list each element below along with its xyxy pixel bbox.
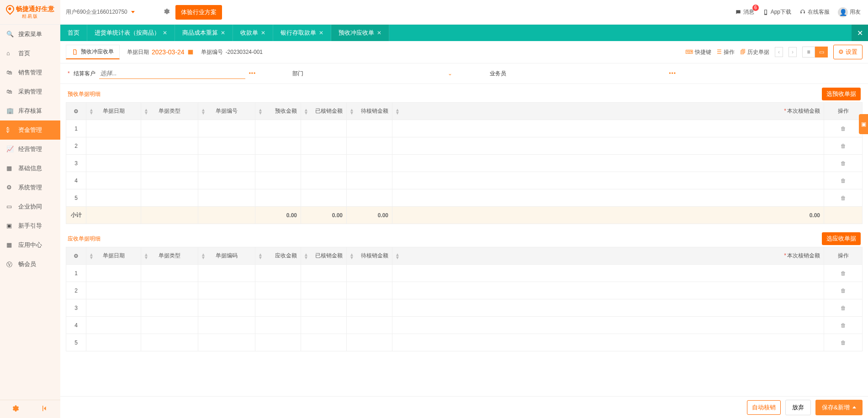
tab-2[interactable]: 商品成本重算✕ [175, 25, 233, 41]
sidebar-collapse-icon[interactable] [41, 404, 49, 414]
app-edition: 精易版 [22, 13, 38, 20]
view-list[interactable]: ≡ [802, 47, 815, 57]
view-form[interactable]: ▭ [815, 47, 828, 57]
header-online-service[interactable]: 在线客服 [799, 8, 830, 16]
table-row[interactable]: 1🗑 [66, 265, 863, 282]
sidebar-icon: 🔍 [6, 31, 14, 38]
sidebar-item-10[interactable]: ▣新手引导 [0, 216, 60, 235]
table-row[interactable]: 5🗑 [66, 189, 863, 207]
delete-row-icon[interactable]: 🗑 [841, 143, 846, 149]
sidebar-icon: ⌂ [6, 50, 14, 57]
table-row[interactable]: 2🗑 [66, 137, 863, 155]
delete-row-icon[interactable]: 🗑 [841, 178, 846, 184]
save-and-new-button[interactable]: 保存&新增 [815, 400, 863, 415]
delete-row-icon[interactable]: 🗑 [841, 270, 846, 277]
sidebar-item-11[interactable]: ▦应用中心 [0, 235, 60, 255]
shortcut-button[interactable]: ⌨快捷键 [685, 48, 711, 56]
section1-title: 预收单据明细 [68, 90, 101, 98]
table-row[interactable]: 4🗑 [66, 317, 863, 334]
table-row[interactable]: 3🗑 [66, 155, 863, 172]
sidebar-item-12[interactable]: Ⓥ畅会员 [0, 255, 60, 274]
sidebar-item-9[interactable]: ▭企业协同 [0, 197, 60, 216]
sidebar-icon: ⚙ [6, 184, 14, 191]
tab-4[interactable]: 银行存取款单✕ [273, 25, 331, 41]
tab-1[interactable]: 进货单统计表（按商品）✕ [87, 25, 175, 41]
page-settings-button[interactable]: ⚙设置 [833, 45, 863, 59]
history-button[interactable]: 🗐历史单据 [740, 48, 769, 56]
sidebar-item-0[interactable]: 🔍搜索菜单 [0, 25, 60, 44]
sidebar-icon: ₿ [6, 126, 14, 134]
auto-writeoff-button[interactable]: 自动核销 [747, 400, 781, 415]
sidebar-item-6[interactable]: 📈经营管理 [0, 140, 60, 159]
delete-row-icon[interactable]: 🗑 [841, 340, 846, 346]
sidebar-item-label: 新手引导 [18, 222, 42, 230]
sidebar-item-4[interactable]: 🏢库存核算 [0, 101, 60, 120]
sidebar-item-8[interactable]: ⚙系统管理 [0, 178, 60, 197]
tab-0[interactable]: 首页 [60, 25, 87, 41]
header-settings[interactable] [163, 8, 170, 16]
salesman-lookup-icon[interactable]: ••• [669, 70, 676, 77]
delete-row-icon[interactable]: 🗑 [841, 322, 846, 329]
col-op: 操作 [824, 103, 863, 120]
close-icon[interactable]: ✕ [377, 30, 381, 36]
cta-plan-button[interactable]: 体验行业方案 [175, 5, 222, 20]
header-app-download[interactable]: App下载 [762, 8, 791, 16]
close-icon[interactable]: ✕ [221, 30, 225, 36]
sidebar-item-2[interactable]: 🛍销售管理 [0, 63, 60, 82]
customer-input[interactable] [99, 68, 245, 79]
table-row[interactable]: 2🗑 [66, 282, 863, 299]
dept-select[interactable]: ⌄ [307, 68, 453, 79]
pager-next[interactable]: › [789, 47, 797, 57]
tenant-selector[interactable]: 用户690企业1660120750 [66, 8, 157, 16]
chevron-up-icon [852, 406, 856, 408]
table-row[interactable]: 1🗑 [66, 120, 863, 137]
table-row[interactable]: 4🗑 [66, 172, 863, 189]
delete-row-icon[interactable]: 🗑 [841, 160, 846, 167]
bill-date-field[interactable]: 单据日期 2023-03-24 [127, 48, 194, 56]
close-icon[interactable]: ✕ [319, 30, 323, 36]
app-name: 畅捷通好生意 [16, 5, 54, 13]
sidebar-footer [0, 400, 60, 418]
table-row[interactable]: 5🗑 [66, 334, 863, 351]
sidebar-item-3[interactable]: 🛍采购管理 [0, 82, 60, 101]
sidebar-item-label: 应用中心 [18, 241, 42, 249]
pager-prev[interactable]: ‹ [775, 47, 783, 57]
subtotal-row: 小计0.000.000.000.00 [66, 207, 863, 224]
delete-row-icon[interactable]: 🗑 [841, 125, 846, 132]
sidebar-icon: Ⓥ [6, 261, 14, 268]
tab-5[interactable]: 预收冲应收单✕ [331, 25, 389, 41]
sidebar-icon: ▭ [6, 203, 14, 210]
header-user[interactable]: 👤 用友 [838, 7, 861, 17]
tabs-close-all[interactable]: ✕ [852, 25, 868, 41]
col-code: ▲▼单据编号 [198, 103, 255, 120]
delete-row-icon[interactable]: 🗑 [841, 305, 846, 311]
header-messages[interactable]: 消息 6 [735, 8, 754, 16]
sidebar-settings-icon[interactable] [11, 404, 19, 414]
calendar-icon [187, 49, 194, 55]
table-config-icon[interactable]: ⚙ [66, 247, 86, 265]
close-icon[interactable]: ✕ [163, 30, 167, 36]
sidebar-item-5[interactable]: ₿资金管理 [0, 120, 60, 140]
close-icon[interactable]: ✕ [261, 30, 265, 36]
delete-row-icon[interactable]: 🗑 [841, 195, 846, 201]
tab-3[interactable]: 收款单✕ [233, 25, 273, 41]
sidebar-icon: 📈 [6, 146, 14, 153]
select-prepay-button[interactable]: 选预收单据 [822, 88, 861, 100]
salesman-select[interactable] [510, 72, 665, 76]
footer-bar: 自动核销 放弃 保存&新增 [60, 396, 868, 418]
tab-label: 预收冲应收单 [339, 29, 374, 37]
operate-button[interactable]: ☰操作 [717, 48, 735, 56]
sidebar-item-label: 系统管理 [18, 183, 42, 192]
abandon-button[interactable]: 放弃 [785, 400, 811, 415]
customer-lookup-icon[interactable]: ••• [249, 70, 256, 77]
sidebar-item-7[interactable]: ▦基础信息 [0, 159, 60, 178]
sidebar-icon: 🏢 [6, 107, 14, 115]
col-amt3: ▲▼待核销金额 [347, 103, 392, 120]
table-row[interactable]: 3🗑 [66, 299, 863, 317]
side-drawer-handle[interactable]: ▣ [859, 114, 868, 134]
sidebar-item-1[interactable]: ⌂首页 [0, 44, 60, 63]
select-receivable-button[interactable]: 选应收单据 [822, 232, 861, 245]
delete-row-icon[interactable]: 🗑 [841, 287, 846, 294]
table-config-icon[interactable]: ⚙ [66, 103, 86, 120]
sidebar-item-label: 首页 [18, 49, 30, 57]
